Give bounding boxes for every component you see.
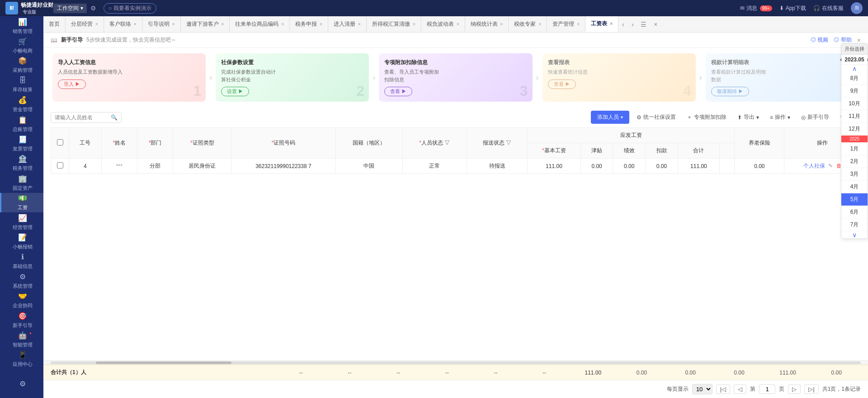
- month-item-9[interactable]: 9月: [841, 85, 868, 98]
- prev-page-btn[interactable]: ◁: [734, 384, 746, 394]
- app-download-button[interactable]: ⬇ App下载: [779, 5, 806, 12]
- month-down-btn[interactable]: ∨: [841, 231, 868, 239]
- month-item-12[interactable]: 12月: [841, 123, 868, 136]
- next-page-btn[interactable]: ▷: [788, 384, 801, 394]
- month-item-8[interactable]: 8月: [841, 72, 868, 85]
- hscroll-bar[interactable]: [51, 361, 861, 364]
- month-item-11[interactable]: 11月: [841, 110, 868, 123]
- month-item-4[interactable]: 4月: [841, 181, 868, 193]
- tab-close-salary[interactable]: ×: [610, 21, 613, 26]
- month-item-10[interactable]: 10月: [841, 98, 868, 110]
- search-icon[interactable]: 🔍: [111, 114, 118, 121]
- tab-guide[interactable]: 引导说明 ×: [142, 16, 181, 33]
- guide-close-btn[interactable]: ×: [857, 37, 861, 44]
- month-item-3[interactable]: 3月: [841, 168, 868, 181]
- tab-product-code[interactable]: 往来单位商品编码 ×: [230, 16, 290, 33]
- step-3-btn[interactable]: 查看 ▶: [384, 87, 412, 96]
- select-all-checkbox[interactable]: [57, 139, 63, 145]
- sidebar-item-invoice[interactable]: 🧾 发票管理: [0, 134, 43, 153]
- sidebar-item-finance[interactable]: 💰 资金管理: [0, 95, 43, 114]
- export-btn[interactable]: ⬆ 导出 ▾: [734, 112, 763, 123]
- sidebar-item-appstore[interactable]: 📱 应用中心: [0, 350, 43, 369]
- tab-prev-btn[interactable]: ‹: [618, 21, 628, 28]
- page-input[interactable]: [759, 384, 775, 394]
- step-5-btn[interactable]: 敬请期待 ▶: [711, 87, 749, 96]
- tab-layered-mgmt[interactable]: 分层经营 ×: [66, 16, 104, 33]
- tab-close-asset[interactable]: ×: [577, 22, 580, 27]
- row-action-social[interactable]: 个人社保: [803, 163, 825, 169]
- settings-icon[interactable]: ⚙: [90, 5, 96, 12]
- sidebar-item-expense[interactable]: 📝 小畅报销: [0, 232, 43, 251]
- sidebar-item-collab[interactable]: 🤝 企业协同: [0, 290, 43, 310]
- report-filter-icon[interactable]: ▽: [506, 140, 511, 146]
- add-employee-button[interactable]: 添加人员 ▾: [591, 111, 629, 124]
- sidebar-item-guide[interactable]: 🎯 新手引导: [0, 310, 43, 330]
- sidebar-item-assets[interactable]: 🏢 固定资产: [0, 173, 43, 192]
- tab-home[interactable]: 首页: [43, 16, 66, 33]
- tab-tax-stats[interactable]: 纳税统计表 ×: [465, 16, 509, 33]
- row-checkbox[interactable]: [57, 162, 63, 169]
- tab-tax-expert[interactable]: 税收专家 ×: [509, 16, 547, 33]
- step-1-btn[interactable]: 导入 ▶: [58, 80, 86, 89]
- month-item-5[interactable]: 5月: [841, 193, 868, 206]
- tab-asset-mgmt[interactable]: 资产管理 ×: [547, 16, 585, 33]
- month-item-7[interactable]: 7月: [841, 219, 868, 231]
- sidebar-item-sales[interactable]: 📊 销售管理: [0, 16, 43, 36]
- tab-customer-contact[interactable]: 客户联络 ×: [104, 16, 142, 33]
- month-year-prev-btn[interactable]: ‹: [839, 56, 843, 63]
- month-item-1[interactable]: 1月: [841, 143, 868, 155]
- sidebar-item-basic[interactable]: ℹ 基础信息: [0, 252, 43, 271]
- month-item-6[interactable]: 6月: [841, 206, 868, 219]
- sidebar-item-salary[interactable]: 💵 工资: [0, 193, 43, 212]
- hscroll-thumb[interactable]: [96, 361, 231, 364]
- sidebar-item-operations[interactable]: 📈 经营管理: [0, 212, 43, 232]
- tab-close-guide[interactable]: ×: [172, 22, 175, 27]
- month-up-btn[interactable]: ∧: [841, 65, 868, 72]
- sidebar-item-inventory[interactable]: 🗄 库存核算: [0, 75, 43, 94]
- first-page-btn[interactable]: |◁: [716, 384, 730, 394]
- tab-close-customer[interactable]: ×: [134, 22, 137, 27]
- tab-close-burden[interactable]: ×: [457, 22, 459, 27]
- sidebar-item-purchase[interactable]: 📦 采购管理: [0, 56, 43, 75]
- tab-salary-sheet[interactable]: 工资表 ×: [585, 16, 618, 33]
- guide-video-btn[interactable]: ◎ 视频: [811, 36, 828, 44]
- sidebar-item-ledger[interactable]: 📋 总账管理: [0, 114, 43, 134]
- tab-close-expert[interactable]: ×: [538, 22, 541, 27]
- online-service-button[interactable]: 🎧 在线客服: [813, 5, 844, 12]
- tab-close-tax[interactable]: ×: [320, 22, 322, 27]
- step-2-btn[interactable]: 设置 ▶: [221, 87, 249, 96]
- tab-close-invite[interactable]: ×: [222, 22, 224, 27]
- search-input[interactable]: [55, 114, 109, 121]
- avatar[interactable]: 用: [851, 2, 863, 14]
- guide-help-btn[interactable]: ◎ 帮助: [834, 36, 851, 44]
- sidebar-item-ecommerce[interactable]: 🛒 小畅电商: [0, 36, 43, 55]
- sidebar-item-tax[interactable]: 🏦 税务管理: [0, 154, 43, 173]
- tab-close-clearance[interactable]: ×: [358, 22, 361, 27]
- tab-close-layered[interactable]: ×: [95, 22, 98, 27]
- sidebar-item-system[interactable]: ⚙ 系统管理: [0, 271, 43, 290]
- tab-close-product[interactable]: ×: [281, 22, 284, 27]
- tab-close-income[interactable]: ×: [413, 22, 415, 27]
- message-button[interactable]: ✉ 消息 99+: [740, 5, 772, 12]
- month-year-next-btn[interactable]: ›: [866, 56, 868, 63]
- row-action-edit-icon[interactable]: ✎: [828, 163, 833, 169]
- tab-income-tax[interactable]: 所得税汇算清缴 ×: [367, 16, 421, 33]
- tab-tax-report[interactable]: 税务申报 ×: [290, 16, 328, 33]
- tab-tax-burden[interactable]: 税负波动表 ×: [421, 16, 465, 33]
- demo-button[interactable]: ○ 我要看实例演示: [104, 3, 156, 14]
- tab-menu-btn[interactable]: ☰: [637, 21, 650, 28]
- status-filter-icon[interactable]: ▽: [444, 140, 450, 146]
- tab-close-all-btn[interactable]: ×: [650, 21, 661, 28]
- sidebar-item-ai[interactable]: ● 🤖 智能管理: [0, 330, 43, 349]
- newuser-guide-btn[interactable]: ◎ 新手引导: [797, 112, 833, 123]
- sidebar-item-settings[interactable]: ⚙: [0, 369, 43, 398]
- step-4-btn[interactable]: 查看 ▶: [548, 80, 576, 89]
- tab-next-btn[interactable]: ›: [628, 21, 637, 28]
- tab-close-stats[interactable]: ×: [500, 22, 503, 27]
- tab-clearance[interactable]: 进入清册 ×: [328, 16, 367, 33]
- last-page-btn[interactable]: ▷|: [804, 384, 818, 394]
- action-btn[interactable]: ≡ 操作 ▾: [766, 112, 794, 123]
- workspace-dropdown[interactable]: 工作空间 ▾: [53, 4, 87, 13]
- month-item-2[interactable]: 2月: [841, 155, 868, 168]
- special-deduction-btn[interactable]: ＋ 专项附加扣除: [683, 112, 730, 123]
